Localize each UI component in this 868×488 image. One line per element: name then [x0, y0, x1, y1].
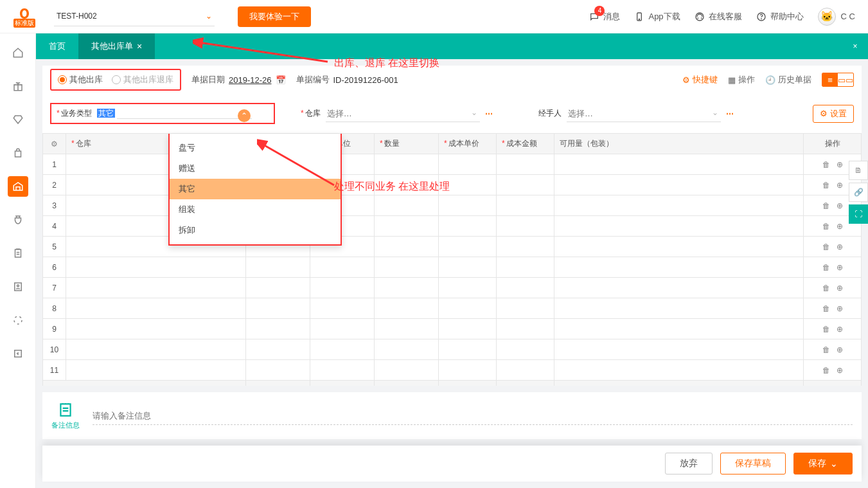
- table-row[interactable]: 11🗑⊕: [43, 360, 862, 381]
- delete-row-icon[interactable]: 🗑: [822, 366, 830, 375]
- add-row-icon[interactable]: ⊕: [837, 304, 843, 313]
- nav-warehouse-icon[interactable]: [8, 176, 28, 197]
- delete-row-icon[interactable]: 🗑: [822, 284, 830, 293]
- chevron-up-icon[interactable]: ⌃: [238, 109, 251, 122]
- add-row-icon[interactable]: ⊕: [837, 201, 843, 210]
- chevron-down-icon[interactable]: ⌄: [712, 108, 718, 117]
- nav-cycle-icon[interactable]: [8, 310, 28, 330]
- nav-contacts-icon[interactable]: [8, 276, 28, 297]
- remark-input[interactable]: [93, 407, 853, 425]
- delete-row-icon[interactable]: 🗑: [822, 325, 830, 334]
- subtotal-row: 小计 0.00 0.00: [43, 381, 862, 386]
- radio-outbound-return[interactable]: 其他出库退库: [112, 74, 173, 86]
- doc-date-field[interactable]: 单据日期 2019-12-26 📅: [191, 74, 286, 86]
- delete-row-icon[interactable]: 🗑: [822, 345, 830, 354]
- table-row[interactable]: 4🗑⊕: [43, 216, 862, 237]
- topbar: 标准版 TEST-H002 ⌄ 我要体验一下 4 消息 App下载 在线客服 帮…: [0, 0, 868, 33]
- settings-button[interactable]: ⚙ 设置: [813, 105, 854, 123]
- table-row[interactable]: 8🗑⊕: [43, 298, 862, 319]
- rail-link-icon[interactable]: 🔗: [849, 183, 868, 202]
- nav-gift-icon[interactable]: [8, 76, 28, 96]
- tab-other-outbound[interactable]: 其他出库单 ×: [78, 33, 155, 59]
- history-link[interactable]: 🕘 历史单据: [765, 74, 811, 86]
- shortcut-link[interactable]: ⚙ 快捷键: [682, 74, 718, 86]
- delete-row-icon[interactable]: 🗑: [822, 160, 830, 169]
- biztype-option[interactable]: 其它: [170, 179, 341, 199]
- rail-note-icon[interactable]: 🗎: [849, 161, 868, 180]
- table-row[interactable]: 6🗑⊕: [43, 257, 862, 278]
- org-select[interactable]: TEST-H002 ⌄: [54, 7, 215, 26]
- table-row[interactable]: 7🗑⊕: [43, 278, 862, 298]
- add-row-icon[interactable]: ⊕: [837, 242, 843, 251]
- add-row-icon[interactable]: ⊕: [837, 222, 843, 231]
- delete-row-icon[interactable]: 🗑: [822, 304, 830, 313]
- table-row[interactable]: 5🗑⊕: [43, 237, 862, 257]
- svg-rect-7: [15, 249, 21, 257]
- biztype-option[interactable]: 赠送: [170, 158, 341, 179]
- view-toggle[interactable]: ≡▭▭: [822, 73, 854, 87]
- table-row[interactable]: 3🗑⊕: [43, 195, 862, 216]
- warehouse-input[interactable]: [326, 105, 480, 122]
- add-row-icon[interactable]: ⊕: [837, 325, 843, 334]
- nav-new-icon[interactable]: [8, 343, 28, 364]
- main: 首页 其他出库单 × × 其他出库 其他出库退库 单据日期 2019-12-26…: [36, 33, 868, 488]
- add-row-icon[interactable]: ⊕: [837, 263, 843, 272]
- doc-toolbar: 其他出库 其他出库退库 单据日期 2019-12-26 📅 单据编号 ID-20…: [42, 66, 862, 94]
- nav-bag-icon[interactable]: [8, 143, 28, 163]
- nav-moneybag-icon[interactable]: [8, 210, 28, 230]
- warehouse-more-icon[interactable]: ⋯: [485, 109, 493, 118]
- handler-input[interactable]: [567, 105, 721, 122]
- messages-badge: 4: [594, 6, 605, 16]
- support-link[interactable]: 在线客服: [695, 11, 742, 23]
- trial-button[interactable]: 我要体验一下: [238, 6, 311, 27]
- close-all-tabs[interactable]: ×: [842, 33, 868, 59]
- save-draft-button[interactable]: 保存草稿: [720, 453, 786, 474]
- radio-outbound[interactable]: 其他出库: [58, 74, 103, 86]
- list-view-icon[interactable]: ≡: [822, 73, 838, 86]
- table-row[interactable]: 10🗑⊕: [43, 339, 862, 360]
- table-row[interactable]: 1🗑⊕: [43, 154, 862, 175]
- handler-field: 经手人 ⌄ ⋯: [538, 105, 750, 122]
- messages-link[interactable]: 4 消息: [589, 11, 620, 23]
- table-row[interactable]: 9🗑⊕: [43, 319, 862, 339]
- nav-clipboard-icon[interactable]: [8, 243, 28, 264]
- avatar[interactable]: 🐱: [818, 8, 836, 26]
- brand-logo: 标准版: [13, 5, 36, 28]
- delete-row-icon[interactable]: 🗑: [822, 242, 830, 251]
- svg-point-5: [761, 19, 761, 19]
- col-ops: 操作: [804, 134, 862, 154]
- calendar-icon[interactable]: 📅: [276, 75, 286, 85]
- add-row-icon[interactable]: ⊕: [837, 160, 843, 169]
- add-row-icon[interactable]: ⊕: [837, 345, 843, 354]
- rail-expand-icon[interactable]: ⛶: [849, 204, 868, 224]
- add-row-icon[interactable]: ⊕: [837, 284, 843, 293]
- delete-row-icon[interactable]: 🗑: [822, 181, 830, 190]
- discard-button[interactable]: 放弃: [665, 453, 713, 474]
- user-name[interactable]: C C: [841, 12, 855, 21]
- nav-home-icon[interactable]: [8, 42, 28, 63]
- add-row-icon[interactable]: ⊕: [837, 181, 843, 190]
- biztype-option[interactable]: 组装: [170, 199, 341, 220]
- tab-home[interactable]: 首页: [36, 33, 78, 59]
- biztype-option[interactable]: 拆卸: [170, 220, 341, 240]
- col-qty: *数量: [375, 134, 439, 154]
- nav-diamond-icon[interactable]: [8, 109, 28, 130]
- close-icon[interactable]: ×: [137, 41, 142, 51]
- save-button[interactable]: 保存⌄: [793, 453, 853, 474]
- add-row-icon[interactable]: ⊕: [837, 366, 843, 375]
- ops-link[interactable]: ▦ 操作: [728, 74, 755, 86]
- column-settings-icon[interactable]: ⚙: [43, 134, 66, 154]
- help-link[interactable]: 帮助中心: [756, 11, 804, 23]
- grid-view-icon[interactable]: ▭▭: [838, 73, 853, 86]
- table-row[interactable]: 2🗑⊕: [43, 175, 862, 195]
- biztype-option[interactable]: 盘亏: [170, 138, 341, 158]
- biztype-value[interactable]: 其它: [97, 109, 115, 118]
- svg-rect-14: [60, 404, 70, 415]
- delete-row-icon[interactable]: 🗑: [822, 222, 830, 231]
- delete-row-icon[interactable]: 🗑: [822, 263, 830, 272]
- chevron-down-icon[interactable]: ⌄: [471, 108, 477, 117]
- app-download-link[interactable]: App下载: [634, 11, 680, 23]
- delete-row-icon[interactable]: 🗑: [822, 201, 830, 210]
- handler-more-icon[interactable]: ⋯: [726, 109, 734, 118]
- svg-point-9: [17, 285, 19, 287]
